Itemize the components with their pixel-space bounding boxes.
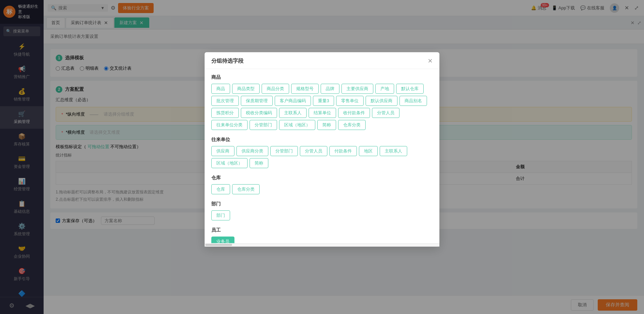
field-tag[interactable]: 商品类型 [232,83,260,93]
field-tag[interactable]: 部门 [211,210,230,220]
field-tag[interactable]: 简称 [317,120,336,130]
field-tag[interactable]: 地区 [359,146,378,156]
field-group-warehouse-title: 仓库 [211,175,433,181]
field-tag[interactable]: 业务员 [211,236,234,243]
field-tag[interactable]: 主联系人 [279,108,307,118]
field-group-staff-title: 员工 [211,227,433,233]
warehouse-field-tags: 仓库仓库分类 [211,184,433,194]
field-tag[interactable]: 批次管理 [211,96,239,106]
field-tag[interactable]: 规格型号 [291,83,319,93]
field-tag[interactable]: 往来单位分类 [211,120,248,130]
field-tag[interactable]: 保质期管理 [241,96,273,106]
field-tag[interactable]: 拣货积分 [211,108,239,118]
field-tag[interactable]: 分管人员 [300,146,327,156]
field-tag[interactable]: 分管部门 [250,120,277,130]
field-tag[interactable]: 区域（地区） [279,120,315,130]
dialog-header: 分组待选字段 ✕ [205,52,439,69]
goods-field-tags: 商品商品类型商品分类规格型号品牌主要供应商产地默认仓库批次管理保质期管理客户商品… [211,83,433,130]
field-tag[interactable]: 结算单位 [309,108,336,118]
field-tag[interactable]: 分管人员 [372,108,399,118]
field-group-partner: 往来单位 供应商供应商分类分管部门分管人员付款条件地区主联系人区域（地区）简称 [211,136,433,168]
dialog-close-button[interactable]: ✕ [428,58,433,64]
field-tag[interactable]: 付款条件 [329,146,357,156]
field-tag[interactable]: 客户商品编码 [275,96,311,106]
field-tag[interactable]: 商品 [211,83,230,93]
field-tag[interactable]: 产地 [375,83,394,93]
field-group-goods: 商品 商品商品类型商品分类规格型号品牌主要供应商产地默认仓库批次管理保质期管理客… [211,74,433,130]
field-group-staff: 员工 业务员 [211,227,433,243]
department-field-tags: 部门 [211,210,433,220]
field-tag[interactable]: 简称 [250,158,268,168]
field-group-department-title: 部门 [211,201,433,207]
field-tag[interactable]: 仓库分类 [338,120,366,130]
field-tag[interactable]: 供应商分类 [236,146,268,156]
partner-field-tags: 供应商供应商分类分管部门分管人员付款条件地区主联系人区域（地区）简称 [211,146,433,168]
field-tag[interactable]: 主要供应商 [341,83,373,93]
field-group-department: 部门 部门 [211,201,433,220]
field-group-warehouse: 仓库 仓库仓库分类 [211,175,433,194]
field-tag[interactable]: 区域（地区） [211,158,248,168]
staff-field-tags: 业务员 [211,236,433,243]
dialog-hscrollbar[interactable] [205,243,439,247]
field-group-partner-title: 往来单位 [211,136,433,142]
field-tag[interactable]: 默认供应商 [366,96,397,106]
field-tag[interactable]: 主联系人 [380,146,407,156]
dialog-title: 分组待选字段 [211,57,244,64]
field-tag[interactable]: 商品分类 [262,83,289,93]
field-select-dialog: 分组待选字段 ✕ 商品 商品商品类型商品分类规格型号品牌主要供应商产地默认仓库批… [205,52,439,246]
field-tag[interactable]: 分管部门 [270,146,298,156]
field-tag[interactable]: 零售单位 [336,96,364,106]
field-tag[interactable]: 品牌 [321,83,339,93]
field-tag[interactable]: 仓库 [211,184,230,194]
field-tag[interactable]: 重量3 [313,96,334,106]
field-tag[interactable]: 仓库分类 [232,184,260,194]
field-tag[interactable]: 默认仓库 [396,83,424,93]
dialog-hscroll-thumb [205,244,232,246]
field-tag[interactable]: 供应商 [211,146,234,156]
dialog-body[interactable]: 商品 商品商品类型商品分类规格型号品牌主要供应商产地默认仓库批次管理保质期管理客… [205,69,439,243]
field-tag[interactable]: 商品别名 [399,96,427,106]
field-tag[interactable]: 收付款条件 [338,108,370,118]
field-tag[interactable]: 税收分类编码 [241,108,277,118]
field-group-goods-title: 商品 [211,74,433,80]
